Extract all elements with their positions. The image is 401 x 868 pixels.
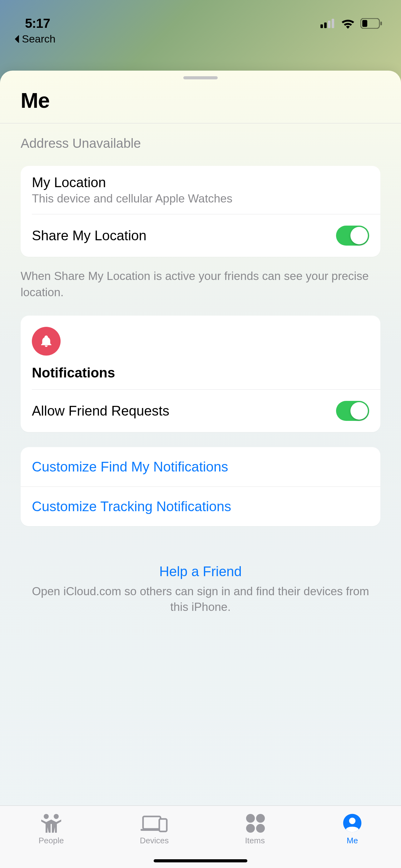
help-a-friend-link[interactable]: Help a Friend <box>28 564 373 579</box>
tab-devices[interactable]: Devices <box>140 813 169 845</box>
tab-devices-label: Devices <box>140 836 169 845</box>
status-bar: 5:17 <box>0 0 401 37</box>
svg-point-17 <box>349 818 356 824</box>
page-title: Me <box>21 88 401 113</box>
customize-tracking-notifications[interactable]: Customize Tracking Notifications <box>21 487 380 526</box>
share-my-location-row: Share My Location <box>21 214 380 257</box>
help-a-friend-subtitle: Open iCloud.com so others can sign in an… <box>28 584 373 615</box>
svg-point-8 <box>54 814 59 819</box>
svg-rect-3 <box>332 19 334 28</box>
my-location-title: My Location <box>32 175 106 190</box>
items-icon <box>244 813 266 833</box>
tab-me[interactable]: Me <box>341 813 364 845</box>
help-a-friend-block: Help a Friend Open iCloud.com so others … <box>0 564 401 615</box>
status-time: 5:17 <box>25 16 50 31</box>
customize-links-card: Customize Find My Notifications Customiz… <box>21 447 380 526</box>
bell-icon <box>32 327 61 355</box>
svg-rect-0 <box>321 24 323 28</box>
allow-friend-requests-row: Allow Friend Requests <box>21 390 380 432</box>
chevron-left-icon <box>14 35 21 43</box>
location-card: My Location This device and cellular App… <box>21 166 380 257</box>
my-location-row[interactable]: My Location This device and cellular App… <box>21 166 380 214</box>
header-divider <box>0 123 401 123</box>
share-my-location-toggle[interactable] <box>336 226 369 246</box>
my-location-subtitle: This device and cellular Apple Watches <box>32 192 232 205</box>
address-status: Address Unavailable <box>21 136 401 151</box>
people-icon <box>37 813 65 833</box>
battery-icon <box>360 18 382 29</box>
home-indicator[interactable] <box>154 859 247 862</box>
back-to-search[interactable]: Search <box>14 33 56 45</box>
me-sheet: Me Address Unavailable My Location This … <box>0 71 401 868</box>
svg-rect-9 <box>143 816 161 829</box>
devices-icon <box>140 813 168 833</box>
svg-rect-1 <box>324 23 327 28</box>
notifications-header: Notifications <box>21 316 380 389</box>
svg-point-14 <box>246 824 255 833</box>
cellular-signal-icon <box>321 19 335 28</box>
wifi-icon <box>340 18 356 29</box>
notifications-card: Notifications Allow Friend Requests <box>21 316 380 432</box>
allow-friend-requests-label: Allow Friend Requests <box>32 403 169 419</box>
back-label: Search <box>22 33 56 45</box>
tab-people[interactable]: People <box>37 813 65 845</box>
tab-items-label: Items <box>245 836 265 845</box>
person-circle-icon <box>341 813 364 833</box>
sheet-grabber[interactable] <box>183 76 218 80</box>
svg-rect-11 <box>159 819 167 832</box>
svg-point-12 <box>246 814 255 823</box>
share-my-location-label: Share My Location <box>32 228 146 243</box>
svg-point-13 <box>256 814 265 823</box>
tab-items[interactable]: Items <box>244 813 266 845</box>
status-icons <box>321 18 382 29</box>
allow-friend-requests-toggle[interactable] <box>336 401 369 421</box>
customize-tracking-label: Customize Tracking Notifications <box>32 499 231 514</box>
svg-point-15 <box>256 824 265 833</box>
notifications-title: Notifications <box>32 365 115 380</box>
svg-rect-6 <box>362 20 367 27</box>
svg-rect-2 <box>328 21 330 28</box>
tab-bar: People Devices Items Me <box>0 806 401 868</box>
tab-people-label: People <box>38 836 64 845</box>
tab-me-label: Me <box>347 836 358 845</box>
svg-point-7 <box>44 814 49 819</box>
customize-find-my-notifications[interactable]: Customize Find My Notifications <box>21 447 380 487</box>
svg-rect-5 <box>380 22 382 25</box>
customize-find-my-label: Customize Find My Notifications <box>32 459 228 474</box>
share-location-footer: When Share My Location is active your fr… <box>21 268 380 301</box>
